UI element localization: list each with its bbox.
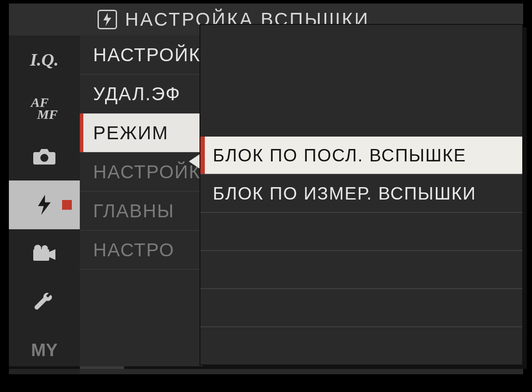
submenu-popup: БЛОК ПО ПОСЛ. ВСПЫШКЕ БЛОК ПО ИЗМЕР. ВСП… [200, 24, 523, 365]
sidebar-tabs: I.Q. AFMF MY [9, 35, 80, 374]
popup-option-selected[interactable]: БЛОК ПО ПОСЛ. ВСПЫШКЕ [200, 137, 522, 175]
popup-empty-row [200, 289, 522, 327]
active-indicator [62, 200, 72, 210]
tab-setup[interactable] [9, 278, 80, 326]
camera-menu-screen: НАСТРОЙКА ВСПЫШКИ I.Q. AFMF [9, 4, 523, 374]
popup-option[interactable]: БЛОК ПО ИЗМЕР. ВСПЫШКИ [200, 175, 522, 213]
tab-iq[interactable]: I.Q. [9, 35, 80, 84]
tab-shoot[interactable] [9, 132, 80, 180]
movie-icon [32, 245, 56, 262]
svg-point-3 [42, 245, 48, 251]
popup-empty-row [200, 251, 522, 289]
tab-my-label: MY [31, 340, 58, 360]
tab-iq-label: I.Q. [30, 49, 59, 70]
back-arrow-icon[interactable] [189, 154, 200, 169]
bottom-accent [80, 366, 124, 369]
popup-empty-row [200, 213, 522, 251]
tab-afmf[interactable]: AFMF [9, 84, 80, 132]
flash-icon [37, 195, 52, 215]
tab-afmf-label: AFMF [31, 96, 58, 120]
tab-flash[interactable] [9, 180, 80, 229]
svg-point-0 [40, 154, 48, 162]
svg-point-2 [34, 245, 41, 252]
popup-empty-row [200, 327, 522, 365]
tab-movie[interactable] [9, 229, 80, 278]
wrench-icon [34, 291, 55, 312]
camera-icon [32, 148, 56, 165]
popup-spacer [200, 25, 522, 137]
flash-icon [98, 10, 117, 29]
